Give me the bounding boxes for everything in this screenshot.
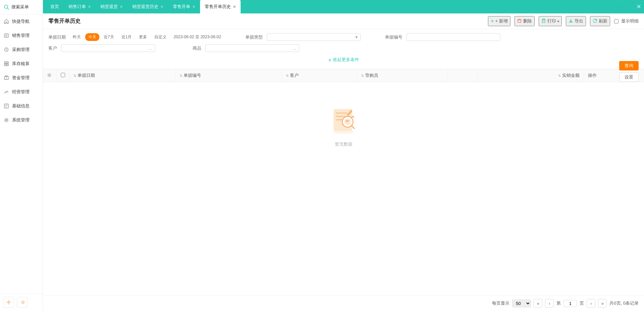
customer-filter-label: 客户 [48,45,57,51]
settings-button[interactable] [3,297,14,308]
display-detail-checkbox-label[interactable]: 显示明细 [614,18,639,24]
th-customer[interactable]: ⇅ 客户 [282,69,357,82]
filter-row-customer: 客户 ... 商品 ... [48,44,639,52]
th-number[interactable]: ⇅ 单据编号 [176,69,282,82]
print-icon [541,18,546,24]
svg-rect-7 [7,62,8,63]
purchase-icon [3,47,9,53]
finance-icon [3,75,9,81]
th-checkbox[interactable] [56,69,69,82]
add-button[interactable]: + + 新增 [488,16,510,26]
query-button[interactable]: 查询 [619,61,639,70]
sidebar-item-operations[interactable]: 经营管理 [0,85,43,99]
sidebar-bottom [0,293,43,311]
th-date[interactable]: ⇅ 单据日期 [69,69,176,82]
date-btn-more[interactable]: 更多 [136,33,150,41]
bill-type-select[interactable]: ▾ [267,33,361,41]
empty-text: 暂无数据 [335,141,352,147]
svg-line-30 [352,126,354,128]
svg-point-17 [8,302,10,303]
th-settings[interactable] [43,69,56,82]
collapse-sidebar-button[interactable] [17,297,28,308]
sort-up-icon: ⇅ [73,74,76,77]
sort-number[interactable]: ⇅ 单据编号 [180,72,278,79]
date-btn-custom[interactable]: 自定义 [151,33,169,41]
sort-date[interactable]: ⇅ 单据日期 [73,72,171,79]
bill-number-label: 单据编号 [385,34,402,40]
main-content: 首页 销售订单 ✕ 销货退货 ✕ 销货退货历史 ✕ 零售开单 ✕ 零售开单历史 … [43,0,644,311]
delete-button[interactable]: 删除 [514,16,535,26]
customer-dots[interactable]: ... [148,46,152,51]
sidebar-item-inventory[interactable]: 库存核算 [0,57,43,71]
sidebar-item-basic-info[interactable]: 基础信息 [0,99,43,113]
tab-sales-return[interactable]: 销货退货 ✕ [96,0,128,13]
bill-number-input[interactable] [406,33,500,41]
table-header-row: ⇅ 单据日期 ⇅ 单据编号 ⇅ [43,69,644,82]
display-detail-checkbox[interactable] [614,19,618,23]
chevron-up-icon: ∧ [328,57,332,62]
pagination: 每页显示 50 10 20 100 « ‹ 第 页 › » 共0页, 0条记录 [43,295,644,311]
tab-close-icon[interactable]: ✕ [88,5,91,9]
per-page-select[interactable]: 50 10 20 100 [512,300,531,307]
settings-query-button[interactable]: 设置 [619,72,639,82]
export-button[interactable]: 导出 [566,16,586,26]
th-amount[interactable]: ⇅ 实销金额 [478,69,584,82]
date-btn-1month[interactable]: 近1月 [118,33,135,41]
sort-up-icon3: ⇅ [286,74,289,77]
sidebar-item-system[interactable]: 系统管理 [0,113,43,127]
sidebar-item-sales-mgmt[interactable]: 销售管理 [0,29,43,43]
tab-close-icon[interactable]: ✕ [192,5,195,9]
sort-up-icon2: ⇅ [180,74,182,77]
collapse-filter-button[interactable]: ∧ 收起更多条件 [324,55,363,64]
gear-icon[interactable] [47,73,52,79]
date-btn-7days[interactable]: 近7天 [101,33,117,41]
sort-customer[interactable]: ⇅ 客户 [286,72,353,79]
sidebar-item-label: 基础信息 [12,103,30,109]
tab-close-icon[interactable]: ✕ [120,5,123,9]
tab-close-icon[interactable]: ✕ [160,5,163,9]
brand-watermark: OfTEn [607,3,631,12]
current-page-input[interactable] [563,300,577,307]
svg-point-16 [6,119,7,121]
tab-bar: 首页 销售订单 ✕ 销货退货 ✕ 销货退货历史 ✕ 零售开单 ✕ 零售开单历史 … [43,0,644,13]
first-page-button[interactable]: « [534,299,542,308]
refresh-button[interactable]: 刷新 [590,16,610,26]
chevron-down-icon: ▾ [355,35,358,40]
sidebar-item-label: 销售管理 [12,33,30,39]
inventory-icon [3,61,9,67]
tab-label: 销售订单 [68,4,86,10]
prev-page-button[interactable]: ‹ [545,299,554,308]
sort-amount[interactable]: ⇅ 实销金额 [482,72,580,79]
delete-icon [517,18,522,24]
tab-sales-return-history[interactable]: 销货退货历史 ✕ [128,0,168,13]
sidebar-item-finance[interactable]: 资金管理 [0,71,43,85]
tab-retail-open[interactable]: 零售开单 ✕ [168,0,200,13]
tab-close-icon[interactable]: ✕ [233,5,236,9]
next-page-button[interactable]: › [587,299,595,308]
toolbar: 零售开单历史 + + 新增 删除 [43,13,644,29]
sort-guide[interactable]: ⇅ 导购员 [361,72,443,79]
home-icon [3,18,9,24]
sidebar-item-purchase-mgmt[interactable]: 采购管理 [0,43,43,57]
last-page-button[interactable]: » [598,299,607,308]
svg-rect-13 [4,104,8,108]
sidebar-item-quick-nav[interactable]: 快捷导航 [0,14,43,29]
svg-rect-8 [4,64,6,66]
window-close-button[interactable]: ✕ [636,3,641,10]
select-all-checkbox[interactable] [61,73,65,77]
sort-up-icon5: ⇅ [558,74,561,77]
goods-dots[interactable]: ... [293,46,296,51]
page-label: 页 [580,300,584,306]
tab-home[interactable]: 首页 [46,4,64,10]
date-btn-today[interactable]: 今天 [85,33,99,41]
th-guide[interactable]: ⇅ 导购员 [357,69,447,82]
date-btn-yesterday[interactable]: 昨天 [70,33,84,41]
print-button[interactable]: 打印 ▾ [539,16,562,26]
goods-input[interactable] [208,46,291,51]
tab-sales-order[interactable]: 销售订单 ✕ [64,0,96,13]
tab-retail-history[interactable]: 零售开单历史 ✕ [200,0,241,13]
table-body: 暂无数据 [43,82,644,168]
per-page-label: 每页显示 [492,300,509,306]
customer-input[interactable] [64,46,147,51]
sidebar-search[interactable]: 搜索采单 [0,0,43,14]
